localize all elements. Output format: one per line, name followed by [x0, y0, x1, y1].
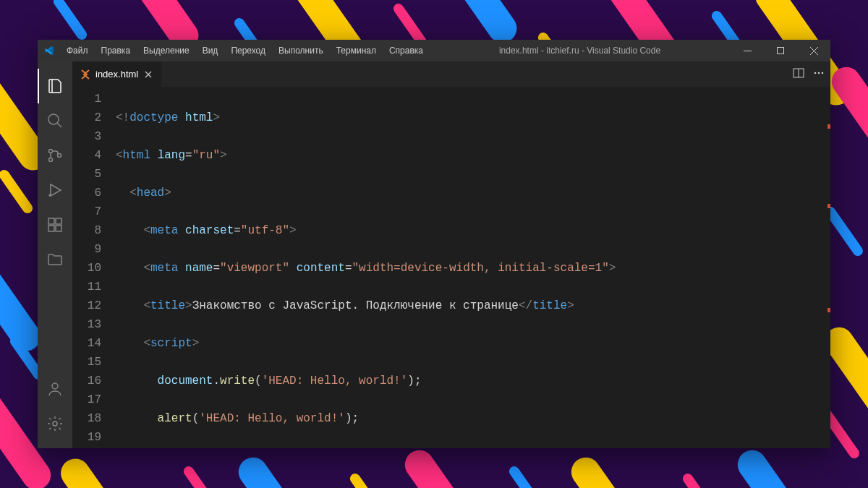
- svg-rect-8: [48, 226, 54, 231]
- title-bar: Файл Правка Выделение Вид Переход Выполн…: [38, 40, 830, 61]
- tabs-bar: index.html: [72, 61, 830, 87]
- svg-point-16: [818, 72, 820, 74]
- run-debug-icon[interactable]: [38, 173, 72, 207]
- maximize-button[interactable]: [764, 40, 797, 61]
- svg-rect-10: [56, 218, 61, 224]
- svg-point-3: [49, 150, 53, 153]
- source-control-icon[interactable]: [38, 138, 72, 173]
- window-title: index.html - itchief.ru - Visual Studio …: [429, 46, 731, 56]
- overview-ruler[interactable]: [822, 87, 830, 448]
- code-editor[interactable]: 12345678910111213141516171819 <!doctype …: [72, 87, 830, 448]
- svg-point-2: [48, 114, 59, 124]
- editor-area: index.html 12345678910111213141516: [72, 61, 830, 448]
- vscode-logo-icon: [43, 45, 55, 56]
- extensions-icon[interactable]: [38, 207, 72, 242]
- minimize-button[interactable]: [731, 40, 764, 61]
- settings-gear-icon[interactable]: [38, 406, 72, 441]
- menu-selection[interactable]: Выделение: [137, 43, 195, 59]
- tab-close-icon[interactable]: [142, 69, 154, 80]
- menu-edit[interactable]: Правка: [95, 43, 137, 59]
- folder-icon[interactable]: [38, 242, 72, 277]
- explorer-icon[interactable]: [38, 69, 72, 103]
- vscode-window: Файл Правка Выделение Вид Переход Выполн…: [38, 40, 830, 448]
- svg-point-11: [52, 383, 58, 389]
- split-editor-icon[interactable]: [793, 67, 804, 82]
- svg-point-6: [49, 194, 51, 196]
- tab-label: index.html: [95, 69, 138, 80]
- svg-rect-9: [56, 226, 61, 231]
- menu-run[interactable]: Выполнить: [273, 43, 329, 59]
- svg-point-15: [814, 72, 817, 74]
- line-numbers: 12345678910111213141516171819: [72, 87, 116, 448]
- svg-point-4: [49, 158, 53, 162]
- svg-point-17: [822, 72, 824, 74]
- menu-terminal[interactable]: Терминал: [331, 43, 382, 59]
- window-controls: [731, 40, 830, 61]
- svg-rect-1: [777, 47, 783, 53]
- menu-help[interactable]: Справка: [383, 43, 429, 59]
- menu-bar: Файл Правка Выделение Вид Переход Выполн…: [61, 43, 429, 59]
- code-content[interactable]: <!doctype html> <html lang="ru"> <head> …: [116, 87, 830, 448]
- activity-bar: [38, 61, 72, 448]
- svg-point-12: [53, 421, 57, 426]
- menu-go[interactable]: Переход: [225, 43, 271, 59]
- editor-actions: [793, 61, 830, 87]
- menu-view[interactable]: Вид: [197, 43, 224, 59]
- tab-index-html[interactable]: index.html: [72, 61, 162, 87]
- html-file-icon: [80, 69, 91, 80]
- svg-rect-7: [48, 218, 54, 224]
- menu-file[interactable]: Файл: [61, 43, 94, 59]
- svg-point-5: [58, 154, 61, 158]
- more-actions-icon[interactable]: [813, 67, 825, 82]
- account-icon[interactable]: [38, 372, 72, 406]
- main-area: index.html 12345678910111213141516: [38, 61, 830, 448]
- search-icon[interactable]: [38, 103, 72, 138]
- close-button[interactable]: [797, 40, 830, 61]
- svg-rect-0: [744, 51, 752, 51]
